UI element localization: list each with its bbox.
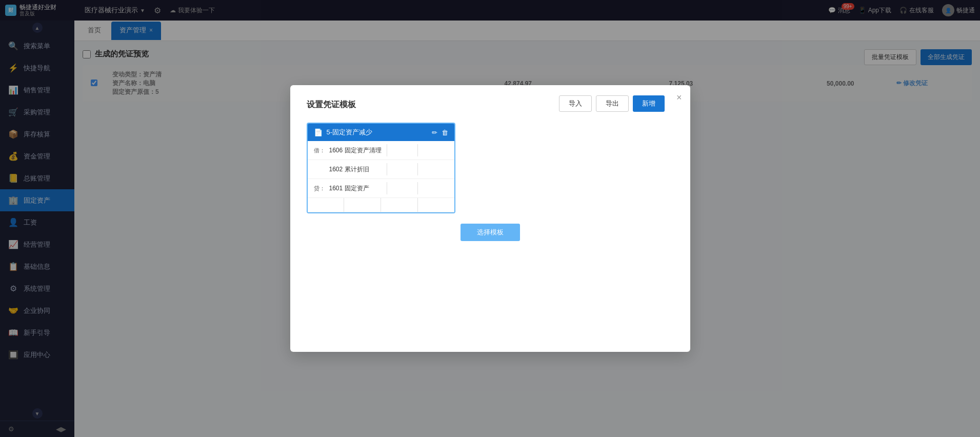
- empty-col-1: [308, 198, 345, 212]
- template-doc-icon: 📄: [314, 128, 323, 136]
- import-button[interactable]: 导入: [559, 95, 592, 112]
- template-entry-3: 贷： 1601 固定资产: [308, 179, 454, 198]
- entry-col-credit-3: [417, 182, 448, 194]
- entry-col-credit-1: [417, 144, 448, 156]
- modal-dialog: 设置凭证模板 × 导入 导出 新增 📄 5-固定资产减少 ✏ 🗑 借： 160: [290, 85, 690, 352]
- export-button[interactable]: 导出: [596, 95, 629, 112]
- modal-actions: 导入 导出 新增: [559, 95, 665, 112]
- empty-col-4: [418, 198, 454, 212]
- entry-account-1: 1606 固定资产清理: [329, 146, 387, 155]
- template-card-actions: ✏ 🗑: [432, 129, 448, 136]
- empty-col-3: [381, 198, 418, 212]
- entry-col-debit-3: [387, 182, 417, 194]
- delete-template-icon[interactable]: 🗑: [442, 129, 448, 136]
- entry-account-2: 1602 累计折旧: [329, 165, 387, 174]
- entry-account-3: 1601 固定资产: [329, 184, 387, 193]
- entry-col-debit-2: [387, 163, 417, 175]
- template-entry-2: 1602 累计折旧: [308, 160, 454, 179]
- entry-cols-2: [387, 163, 448, 175]
- entry-direction-1: 借：: [314, 147, 329, 154]
- modal-close-button[interactable]: ×: [676, 92, 682, 103]
- template-body: 借： 1606 固定资产清理 1602 累计折旧 贷：: [308, 141, 454, 212]
- template-card-header: 📄 5-固定资产减少 ✏ 🗑: [308, 124, 454, 141]
- select-template-button[interactable]: 选择模板: [461, 224, 520, 241]
- template-name: 5-固定资产减少: [327, 128, 428, 137]
- entry-direction-3: 贷：: [314, 185, 329, 192]
- new-template-button[interactable]: 新增: [633, 95, 665, 112]
- template-entry-1: 借： 1606 固定资产清理: [308, 141, 454, 160]
- entry-cols-3: [387, 182, 448, 194]
- empty-col-2: [344, 198, 381, 212]
- template-empty-row: [308, 198, 454, 212]
- entry-cols-1: [387, 144, 448, 156]
- entry-col-credit-2: [417, 163, 448, 175]
- template-card: 📄 5-固定资产减少 ✏ 🗑 借： 1606 固定资产清理: [307, 123, 455, 213]
- modal-overlay: 设置凭证模板 × 导入 导出 新增 📄 5-固定资产减少 ✏ 🗑 借： 160: [0, 0, 980, 437]
- entry-col-debit-1: [387, 144, 417, 156]
- edit-template-icon[interactable]: ✏: [432, 129, 437, 136]
